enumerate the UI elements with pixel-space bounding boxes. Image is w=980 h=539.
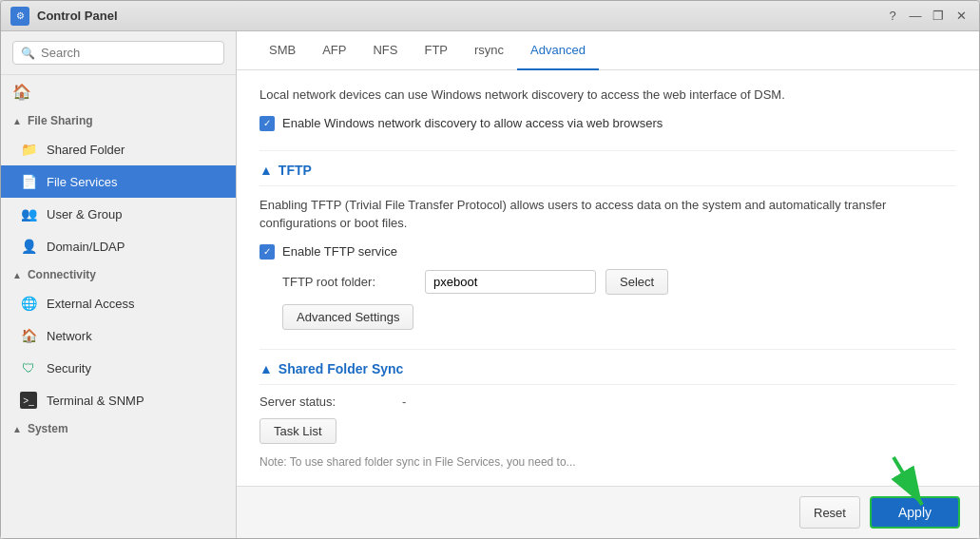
control-panel-window: ⚙ Control Panel ? — ❐ ✕ 🔍 🏠 xyxy=(0,0,980,539)
sidebar-item-network[interactable]: 🏠 Network xyxy=(1,319,236,352)
sidebar-item-user-group[interactable]: 👥 User & Group xyxy=(1,198,236,230)
chevron-tftp-icon: ▲ xyxy=(259,163,273,178)
tftp-enable-checkbox-row: ✓ Enable TFTP service xyxy=(259,244,956,260)
checkbox-windows-discovery[interactable]: ✓ xyxy=(259,116,275,131)
reset-button[interactable]: Reset xyxy=(799,496,860,529)
divider-1 xyxy=(259,150,956,151)
user-group-icon: 👥 xyxy=(20,205,37,222)
sidebar-search-area: 🔍 xyxy=(1,31,236,75)
shared-folder-sync-block: ▲ Shared Folder Sync Server status: - Ta… xyxy=(259,361,956,471)
chevron-down-icon-3: ▲ xyxy=(12,424,22,434)
app-icon: ⚙ xyxy=(10,7,29,26)
footer: Reset Apply xyxy=(237,486,979,538)
terminal-icon: >_ xyxy=(20,392,37,409)
tab-afp[interactable]: AFP xyxy=(309,31,359,70)
home-icon: 🏠 xyxy=(12,83,31,101)
shared-folder-sync-title: ▲ Shared Folder Sync xyxy=(259,361,956,385)
window-controls: ? — ❐ ✕ xyxy=(884,8,970,25)
close-button[interactable]: ✕ xyxy=(952,8,970,25)
server-status-row: Server status: - xyxy=(259,395,956,409)
file-sharing-section: ▲ File Sharing 📁 Shared Folder 📄 File Se… xyxy=(1,108,236,262)
chevron-sync-icon: ▲ xyxy=(259,361,273,376)
server-status-label: Server status: xyxy=(259,395,393,409)
sidebar-item-shared-folder[interactable]: 📁 Shared Folder xyxy=(1,133,236,165)
titlebar: ⚙ Control Panel ? — ❐ ✕ xyxy=(1,1,979,31)
chevron-down-icon-2: ▲ xyxy=(12,270,22,280)
domain-icon: 👤 xyxy=(20,238,37,255)
folder-icon: 📁 xyxy=(20,141,37,158)
file-sharing-header: ▲ File Sharing xyxy=(1,108,236,133)
tftp-section-title: ▲ TFTP xyxy=(259,163,956,186)
apply-button[interactable]: Apply xyxy=(870,496,960,529)
system-section: ▲ System xyxy=(1,416,236,441)
sidebar-item-security[interactable]: 🛡 Security xyxy=(1,352,236,384)
maximize-button[interactable]: ❐ xyxy=(930,8,947,25)
help-button[interactable]: ? xyxy=(884,8,901,25)
system-header: ▲ System xyxy=(1,416,236,441)
tftp-description: Enabling TFTP (Trivial File Transfer Pro… xyxy=(259,196,956,233)
file-services-icon: 📄 xyxy=(20,173,37,190)
tab-bar: SMB AFP NFS FTP rsync Advanced xyxy=(237,31,979,70)
windows-discovery-block: Local network devices can use Windows ne… xyxy=(259,86,956,131)
search-box[interactable]: 🔍 xyxy=(12,41,224,65)
divider-2 xyxy=(259,349,956,350)
sidebar-item-file-services[interactable]: 📄 File Services xyxy=(1,165,236,198)
panel-content: Local network devices can use Windows ne… xyxy=(237,70,979,486)
sidebar-item-home[interactable]: 🏠 xyxy=(1,75,236,108)
external-access-icon: 🌐 xyxy=(20,295,37,312)
network-icon: 🏠 xyxy=(20,327,37,344)
window-title: Control Panel xyxy=(37,9,884,23)
windows-discovery-description: Local network devices can use Windows ne… xyxy=(259,86,956,105)
sidebar-item-terminal-snmp[interactable]: >_ Terminal & SNMP xyxy=(1,384,236,416)
connectivity-header: ▲ Connectivity xyxy=(1,262,236,287)
tab-rsync[interactable]: rsync xyxy=(461,31,517,70)
tftp-enable-label: Enable TFTP service xyxy=(282,244,397,259)
tftp-root-folder-row: TFTP root folder: Select xyxy=(282,269,956,295)
connectivity-section: ▲ Connectivity 🌐 External Access 🏠 Netwo… xyxy=(1,262,236,416)
tftp-advanced-settings-button[interactable]: Advanced Settings xyxy=(282,304,413,330)
tab-advanced[interactable]: Advanced xyxy=(517,31,599,70)
tab-nfs[interactable]: NFS xyxy=(359,31,411,70)
tftp-root-folder-label: TFTP root folder: xyxy=(282,275,415,289)
main-content: 🔍 🏠 ▲ File Sharing 📁 Shared Folder xyxy=(1,31,979,538)
sync-note: Note: To use shared folder sync in File … xyxy=(259,453,956,471)
sidebar-item-domain-ldap[interactable]: 👤 Domain/LDAP xyxy=(1,230,236,262)
chevron-down-icon: ▲ xyxy=(12,116,22,126)
tftp-root-folder-input[interactable] xyxy=(425,270,596,294)
tab-smb[interactable]: SMB xyxy=(256,31,309,70)
search-icon: 🔍 xyxy=(21,47,35,60)
task-list-button[interactable]: Task List xyxy=(259,418,336,444)
right-panel: SMB AFP NFS FTP rsync Advanced Local net… xyxy=(237,31,979,538)
search-input[interactable] xyxy=(41,46,216,60)
tftp-select-button[interactable]: Select xyxy=(605,269,668,295)
sidebar: 🔍 🏠 ▲ File Sharing 📁 Shared Folder xyxy=(1,31,237,538)
checkbox-tftp-enable[interactable]: ✓ xyxy=(259,244,275,260)
tab-ftp[interactable]: FTP xyxy=(411,31,461,70)
minimize-button[interactable]: — xyxy=(907,8,924,25)
tftp-block: ▲ TFTP Enabling TFTP (Trivial File Trans… xyxy=(259,163,956,330)
server-status-value: - xyxy=(402,395,406,409)
security-icon: 🛡 xyxy=(20,359,37,376)
sidebar-item-external-access[interactable]: 🌐 External Access xyxy=(1,287,236,319)
windows-discovery-label: Enable Windows network discovery to allo… xyxy=(282,116,663,130)
windows-discovery-checkbox-row: ✓ Enable Windows network discovery to al… xyxy=(259,116,956,131)
